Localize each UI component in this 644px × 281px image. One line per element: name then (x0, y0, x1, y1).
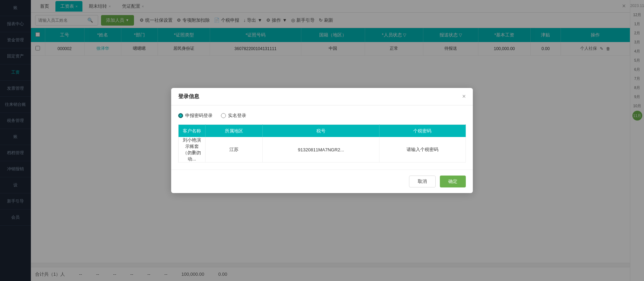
modal-footer: 取消 确定 (171, 170, 473, 193)
inner-table-header: 客户名称 所属地区 税号 个税密码 (179, 124, 466, 137)
login-modal: 登录信息 × 申报密码登录 实名登录 客户名称 (171, 88, 473, 193)
confirm-button[interactable]: 确定 (440, 176, 466, 187)
inner-table-row: 刘小艳演示账套（勿删勿动... 江苏 91320811MA7NGR2... 请输… (179, 137, 466, 163)
col-client-name: 客户名称 (179, 124, 206, 137)
modal-body: 申报密码登录 实名登录 客户名称 所属地区 税号 个税密码 (171, 105, 473, 170)
col-tax-id: 税号 (263, 124, 379, 137)
radio-realname-label: 实名登录 (228, 112, 246, 119)
login-info-table: 客户名称 所属地区 税号 个税密码 刘小艳演示账套（勿删勿动... 江苏 913… (178, 124, 466, 163)
modal-title: 登录信息 (178, 93, 199, 100)
tax-id-cell: 91320811MA7NGR2... (263, 137, 379, 163)
modal-close-button[interactable]: × (462, 93, 466, 100)
modal-header: 登录信息 × (171, 88, 473, 105)
radio-realname-login[interactable]: 实名登录 (221, 112, 246, 119)
modal-overlay[interactable]: 登录信息 × 申报密码登录 实名登录 客户名称 (0, 0, 644, 281)
radio-password-label: 申报密码登录 (185, 112, 213, 119)
password-input-cell[interactable]: 请输入个税密码 (379, 137, 465, 163)
radio-realname-input[interactable] (221, 113, 226, 118)
radio-password-input[interactable] (178, 113, 183, 118)
region-cell: 江苏 (206, 137, 263, 163)
col-region: 所属地区 (206, 124, 263, 137)
col-tax-password: 个税密码 (379, 124, 465, 137)
cancel-button[interactable]: 取消 (409, 176, 436, 187)
radio-group: 申报密码登录 实名登录 (178, 112, 466, 119)
radio-password-login[interactable]: 申报密码登录 (178, 112, 213, 119)
client-name-cell: 刘小艳演示账套（勿删勿动... (179, 137, 206, 163)
